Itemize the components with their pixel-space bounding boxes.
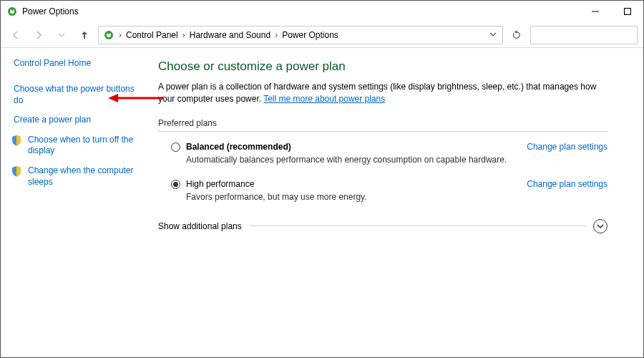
nav-up-button[interactable] [75,26,94,44]
address-bar: › Control Panel › Hardware and Sound › P… [1,22,643,48]
recent-locations-button[interactable] [52,26,71,44]
tell-me-more-link[interactable]: Tell me more about power plans [263,94,385,104]
plan-description: Automatically balances performance with … [158,153,608,175]
search-input[interactable] [530,26,638,44]
plan-description: Favors performance, but may use more ene… [158,190,608,212]
chevron-right-icon[interactable]: › [117,30,123,40]
control-panel-home-link[interactable]: Control Panel Home [14,58,144,68]
chevron-down-icon [597,223,604,230]
minimize-button[interactable] [579,1,611,21]
sidebar-item-choose-buttons[interactable]: Choose what the power buttons do [14,84,144,106]
breadcrumb-segment-power-options[interactable]: Power Options [279,30,341,40]
sidebar-item-label: Create a power plan [14,115,91,125]
chevron-right-icon[interactable]: › [273,30,279,40]
sidebar-item-turn-off-display[interactable]: Choose when to turn off the display [14,135,144,157]
breadcrumb-dropdown-button[interactable] [489,30,499,40]
show-additional-plans-label: Show additional plans [158,221,242,231]
plan-row-high-performance: High performance Change plan settings [158,175,608,190]
breadcrumb-segment-control-panel[interactable]: Control Panel [123,30,181,40]
sidebar-item-label: Choose what the power buttons do [14,84,135,105]
show-additional-plans-row[interactable]: Show additional plans [158,218,608,235]
svg-rect-4 [624,9,630,15]
plan-name[interactable]: High performance [186,179,254,189]
radio-high-performance[interactable] [171,180,180,189]
plan-row-balanced: Balanced (recommended) Change plan setti… [158,137,608,153]
window-title: Power Options [22,6,79,16]
svg-rect-2 [11,7,13,11]
svg-rect-7 [108,31,109,34]
page-title: Choose or customize a power plan [158,59,608,74]
expand-button[interactable] [593,219,608,233]
maximize-button[interactable] [611,1,643,21]
sidebar-item-label: Choose when to turn off the display [28,135,133,156]
breadcrumb-segment-hardware-sound[interactable]: Hardware and Sound [187,30,273,40]
radio-balanced[interactable] [171,142,180,152]
nav-forward-button[interactable] [29,26,48,44]
plan-name[interactable]: Balanced (recommended) [186,142,291,152]
divider [158,131,608,132]
sidebar-item-label: Change when the computer sleeps [28,165,133,187]
nav-back-button[interactable] [6,26,25,44]
main-panel: Choose or customize a power plan A power… [151,48,643,357]
page-description: A power plan is a collection of hardware… [158,81,608,105]
sidebar: Control Panel Home Choose what the power… [1,48,151,357]
power-options-icon [6,6,18,17]
chevron-right-icon[interactable]: › [181,30,187,40]
sidebar-item-create-plan[interactable]: Create a power plan [14,115,144,126]
power-options-icon [103,29,114,41]
divider [249,226,586,226]
sidebar-item-computer-sleeps[interactable]: Change when the computer sleeps [14,165,144,188]
shield-icon [11,165,22,177]
change-plan-settings-link[interactable]: Change plan settings [527,142,608,152]
shield-icon [11,135,22,146]
preferred-plans-label: Preferred plans [158,118,608,128]
refresh-button[interactable] [507,26,526,44]
titlebar: Power Options [1,1,643,22]
breadcrumb[interactable]: › Control Panel › Hardware and Sound › P… [98,26,503,44]
change-plan-settings-link[interactable]: Change plan settings [527,179,608,189]
